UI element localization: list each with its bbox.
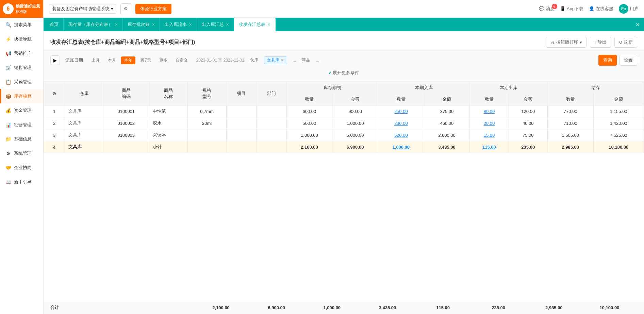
- online-service-item[interactable]: 👤 在线客服: [589, 6, 613, 12]
- refresh-button[interactable]: ↺ 刷新: [614, 37, 637, 48]
- warehouse-more[interactable]: ...: [293, 58, 296, 63]
- system-selector[interactable]: 装备及固定资产辅助管理系统 ▾: [49, 4, 116, 14]
- warehouse-tag-close[interactable]: ✕: [281, 58, 284, 63]
- cell-dept: [257, 117, 286, 129]
- cell-out-qty[interactable]: 20.00: [470, 117, 509, 129]
- cell-opening-amt: 1,000.00: [332, 117, 378, 129]
- cell-warehouse: 文具库: [65, 105, 103, 117]
- cell-in-amt: 3,435.00: [424, 141, 470, 153]
- cell-closing-qty: 770.00: [547, 105, 593, 117]
- date-option-本年[interactable]: 本年: [121, 56, 135, 64]
- online-service-label: 在线客服: [596, 6, 613, 12]
- tab-in-out-flow[interactable]: 出入库流水 ✕: [160, 18, 197, 31]
- tab-close-batch-ledger[interactable]: ✕: [152, 22, 155, 27]
- dropdown-icon: ▾: [111, 6, 113, 11]
- expand-more-btn[interactable]: ∨ 展开更多条件: [50, 68, 637, 77]
- tab-recv-send-summary[interactable]: 收发存汇总表 ✕: [234, 18, 276, 31]
- tab-close-stock-dist[interactable]: ✕: [115, 22, 118, 27]
- footer-label: 合计: [50, 304, 193, 311]
- date-option-更多[interactable]: 更多: [156, 56, 170, 64]
- date-option-本月[interactable]: 本月: [105, 56, 119, 64]
- col-settings-header[interactable]: ⚙: [44, 82, 65, 105]
- cell-warehouse: 文具库: [65, 141, 103, 153]
- cell-in-qty[interactable]: 520.00: [378, 129, 424, 141]
- sidebar-item-operations[interactable]: 📊 经营管理: [0, 118, 43, 132]
- sidebar-label-system: 系统管理: [14, 150, 32, 156]
- cell-name: 小计: [149, 141, 187, 153]
- cell-in-qty[interactable]: 250.00: [378, 105, 424, 117]
- tab-in-out-summary[interactable]: 出入库汇总 ✕: [197, 18, 234, 31]
- cell-out-qty[interactable]: 15.00: [470, 129, 509, 141]
- table-row: 2 文具库 0100002 胶水 20ml 500.00 1,000.00 23…: [44, 117, 644, 129]
- sidebar-label-purchase: 采购管理: [14, 79, 32, 85]
- filter-settings-toggle[interactable]: ▶: [50, 55, 60, 65]
- date-option-近7天[interactable]: 近7天: [137, 56, 154, 64]
- sidebar-item-marketing[interactable]: 📢 营销推广: [0, 46, 43, 61]
- sidebar-item-cooperation[interactable]: 🤝 企业协同: [0, 161, 43, 175]
- user-label: 用户: [630, 6, 639, 12]
- tab-batch-ledger[interactable]: 库存批次账 ✕: [123, 18, 160, 31]
- sidebar-item-system[interactable]: ⚙ 系统管理: [0, 146, 43, 161]
- print-button[interactable]: 🖨 按钮版打印 ▾: [546, 37, 587, 48]
- close-all-tabs[interactable]: ✕: [633, 21, 643, 28]
- cell-spec: 0.7mm: [187, 105, 226, 117]
- tab-label-stock-dist: 现存量（库存分布表）: [68, 21, 113, 28]
- date-option-上月[interactable]: 上月: [88, 56, 103, 64]
- tab-home[interactable]: 首页: [45, 18, 64, 31]
- footer-bar: 合计 2,100.00 6,900.00 1,000.00 3,435.00 1…: [44, 301, 644, 314]
- table-row: 4 文具库 小计 2,100.00 6,900.00 1,000.00 3,43…: [44, 141, 644, 153]
- tab-close-in-out-summary[interactable]: ✕: [226, 22, 229, 27]
- sidebar-icon-basic: 📁: [5, 136, 11, 142]
- sidebar-item-newbie[interactable]: 📖 新手引导: [0, 175, 43, 189]
- export-button[interactable]: ↑ 导出: [590, 37, 611, 48]
- cell-closing-amt: 7,525.00: [593, 129, 644, 141]
- cell-out-qty[interactable]: 115.00: [470, 141, 509, 153]
- cell-closing-amt: 10,100.00: [593, 141, 644, 153]
- query-button[interactable]: 查询: [598, 55, 617, 66]
- col-opening-header: 库存期初: [286, 82, 378, 94]
- cell-in-qty[interactable]: 1,000.00: [378, 141, 424, 153]
- page-container: 收发存汇总表(按仓库+商品编码+商品+规格型号+项目+部门) 🖨 按钮版打印 ▾…: [44, 31, 644, 314]
- tab-close-recv-send-summary[interactable]: ✕: [267, 22, 270, 27]
- cell-dept: [257, 141, 286, 153]
- date-option-自定义[interactable]: 自定义: [172, 56, 191, 64]
- col-spec-header: 规格型号: [187, 82, 226, 105]
- app-download-item[interactable]: 📱 App下载: [560, 6, 583, 12]
- sidebar-item-finance[interactable]: 💰 资金管理: [0, 103, 43, 118]
- settings-config-button[interactable]: 设置: [620, 55, 637, 66]
- sidebar-item-quick-nav[interactable]: ⚡ 快捷导航: [0, 32, 43, 46]
- goods-more[interactable]: ...: [316, 58, 319, 63]
- footer-opening-amt: 6,900.00: [249, 305, 304, 310]
- cell-in-qty[interactable]: 230.00: [378, 117, 424, 129]
- col-project-header: 项目: [226, 82, 256, 105]
- cell-out-qty[interactable]: 80.00: [470, 105, 509, 117]
- sidebar-item-inventory[interactable]: 📦 库存核算: [0, 89, 43, 103]
- cell-name: 采访本: [149, 129, 187, 141]
- tab-close-in-out-flow[interactable]: ✕: [189, 22, 192, 27]
- export-icon: ↑: [594, 40, 597, 45]
- system-title: 装备及固定资产辅助管理系统: [52, 6, 110, 12]
- sidebar-icon-inventory: 📦: [5, 93, 11, 99]
- sidebar-icon-search: 🔍: [5, 22, 11, 28]
- warehouse-tag[interactable]: 文具库 ✕: [264, 56, 287, 64]
- settings-button[interactable]: ⚙: [120, 3, 131, 14]
- col-in-header: 本期入库: [378, 82, 469, 94]
- trial-button[interactable]: 体验行业方案: [135, 4, 171, 14]
- cell-closing-amt: 1,155.00: [593, 105, 644, 117]
- sidebar-icon-system: ⚙: [5, 150, 11, 156]
- topbar-right: 💬 消息 6 📱 App下载 👤 在线客服 Ea 用户: [539, 4, 639, 14]
- sidebar-item-basic[interactable]: 📁 基础信息: [0, 132, 43, 146]
- messages-item[interactable]: 💬 消息 6: [539, 6, 555, 12]
- messages-badge: 6: [552, 4, 557, 9]
- sidebar-item-search[interactable]: 🔍 搜索菜单: [0, 18, 43, 32]
- sidebar-item-purchase[interactable]: 📋 采购管理: [0, 75, 43, 89]
- cell-no: 2: [44, 117, 65, 129]
- cell-opening-amt: 5,000.00: [332, 129, 378, 141]
- cell-spec: 20ml: [187, 117, 226, 129]
- service-icon: 👤: [589, 6, 594, 11]
- tab-stock-dist[interactable]: 现存量（库存分布表） ✕: [64, 18, 123, 31]
- cell-spec: [187, 141, 226, 153]
- page-actions: 🖨 按钮版打印 ▾ ↑ 导出 ↺ 刷新: [546, 37, 638, 48]
- user-item[interactable]: Ea 用户: [619, 4, 639, 14]
- sidebar-item-sales[interactable]: 🛒 销售管理: [0, 61, 43, 75]
